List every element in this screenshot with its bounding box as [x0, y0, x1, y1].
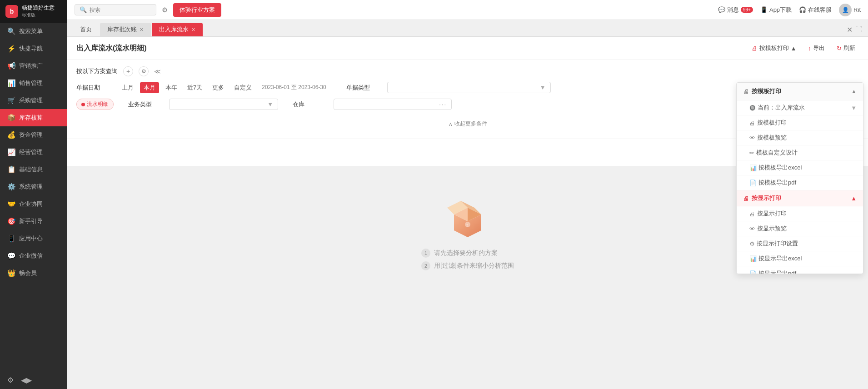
topbar: 🔍 ⚙ 体验行业方案 💬 消息 99+ 📱 App下载 🎧 在线客服 👤	[67, 0, 868, 20]
filter-add-btn[interactable]: +	[123, 66, 133, 76]
tab-inventory-flow[interactable]: 出入库流水 ✕	[152, 23, 203, 36]
dropdown-header[interactable]: 🖨 按模板打印 ▲	[737, 83, 863, 100]
date-opt-7days[interactable]: 近7天	[184, 82, 206, 93]
dropdown-display-pdf-label: 按显示导出pdf	[758, 269, 796, 274]
gear-icon[interactable]: ⚙	[162, 6, 168, 14]
online-service-btn[interactable]: 🎧 在线客服	[799, 6, 832, 14]
sidebar-item-finance[interactable]: 💰 资金管理	[0, 126, 67, 144]
dropdown-display-section-label: 按显示打印	[752, 194, 781, 202]
export-label: 导出	[813, 44, 825, 52]
dropdown-template-preview[interactable]: 👁 按模板预览	[737, 130, 863, 145]
message-label: 消息	[727, 6, 739, 14]
settings-bottom-icon[interactable]: ⚙	[7, 376, 14, 384]
warehouse-input[interactable]: ···	[334, 99, 452, 110]
step-2-text: 用[过滤]条件来缩小分析范围	[434, 262, 514, 270]
dropdown-collapse-icon[interactable]: ▲	[851, 88, 857, 95]
main-area: 🔍 ⚙ 体验行业方案 💬 消息 99+ 📱 App下载 🎧 在线客服 👤	[67, 0, 868, 389]
date-opt-this-year[interactable]: 本年	[162, 82, 181, 93]
message-btn[interactable]: 💬 消息 99+	[718, 6, 753, 14]
user-area[interactable]: 👤 Rit	[839, 4, 861, 16]
tab-window-controls: ✕ ⛶	[847, 25, 863, 34]
marketing-icon: 📢	[7, 62, 15, 70]
sidebar-item-sales[interactable]: 📊 销售管理	[0, 75, 67, 92]
dropdown-header-label: 按模板打印	[752, 87, 781, 95]
maximize-tab-btn[interactable]: ⛶	[855, 25, 863, 34]
date-opt-more[interactable]: 更多	[209, 82, 228, 93]
current-arrow: ▼	[851, 105, 857, 111]
empty-step-1: 1 请先选择要分析的方案	[421, 249, 514, 258]
display-print-section-icon: 🖨	[743, 195, 749, 202]
date-opt-custom[interactable]: 自定义	[230, 82, 255, 93]
sidebar-item-purchase[interactable]: 🛒 采购管理	[0, 92, 67, 109]
sidebar-item-operations[interactable]: 📈 经营管理	[0, 144, 67, 161]
dropdown-display-section[interactable]: 🖨 按显示打印 ▲	[737, 190, 863, 206]
print-template-btn[interactable]: 🖨 按模板打印 ▲	[748, 42, 800, 54]
dropdown-display-pdf[interactable]: 📄 按显示导出pdf	[737, 266, 863, 274]
pdf-icon: 📄	[749, 180, 757, 186]
sidebar-item-vip[interactable]: 👑 畅会员	[0, 264, 67, 282]
dropdown-current-label: 当前：出入库流水	[758, 104, 805, 112]
sidebar-item-label: 企业协同	[19, 200, 43, 208]
sidebar-item-marketing[interactable]: 📢 营销推广	[0, 57, 67, 75]
page-content: 出入库流水(流水明细) 🖨 按模板打印 ▲ ↑ 导出 ↻ 刷新	[67, 37, 868, 389]
online-service-label: 在线客服	[808, 6, 832, 14]
dropdown-template-print[interactable]: 🖨 按模板打印	[737, 115, 863, 130]
preview-icon: 👁	[749, 135, 755, 141]
sidebar-item-inventory[interactable]: 📦 库存核算	[0, 109, 67, 126]
dropdown-template-custom[interactable]: ✏ 模板自定义设计	[737, 145, 863, 160]
refresh-btn[interactable]: ↻ 刷新	[833, 42, 859, 54]
dropdown-display-excel[interactable]: 📊 按显示导出excel	[737, 251, 863, 266]
sidebar-item-app-center[interactable]: 📱 应用中心	[0, 230, 67, 247]
business-type-select[interactable]: ▼	[169, 99, 278, 110]
search-icon: 🔍	[80, 6, 87, 13]
app-name: 畅捷通好生意	[22, 5, 55, 12]
logo-icon: b	[5, 5, 18, 18]
date-opt-last-month[interactable]: 上月	[118, 82, 137, 93]
collapse-more-btn[interactable]: ∧ 收起更多条件	[443, 117, 493, 130]
export-btn[interactable]: ↑ 导出	[805, 42, 829, 54]
sidebar-item-label: 新手引导	[19, 217, 43, 225]
app-download-label: App下载	[769, 6, 792, 14]
sidebar-item-wechat[interactable]: 💬 企业微信	[0, 247, 67, 264]
print-template-label: 按模板打印	[759, 44, 789, 52]
sidebar-item-label: 采购管理	[19, 96, 43, 105]
dropdown-display-print[interactable]: 🖨 按显示打印	[737, 206, 863, 221]
service-icon: 🎧	[799, 6, 806, 13]
tab-batch-close[interactable]: ✕	[140, 27, 144, 33]
dropdown-display-preview[interactable]: 👁 按显示预览	[737, 221, 863, 236]
sidebar-item-system[interactable]: ⚙️ 系统管理	[0, 178, 67, 195]
guide-icon: 🎯	[7, 217, 15, 225]
trial-btn[interactable]: 体验行业方案	[173, 3, 221, 17]
sidebar-item-collab[interactable]: 🤝 企业协同	[0, 195, 67, 213]
collab-icon: 🤝	[7, 200, 15, 208]
search-input[interactable]	[90, 7, 144, 13]
sidebar-item-label: 库存核算	[19, 114, 43, 122]
filter-title: 按以下方案查询	[76, 67, 118, 75]
display-preview-icon: 👁	[749, 225, 755, 232]
finance-icon: 💰	[7, 131, 15, 139]
filter-collapse-btn[interactable]: ≪	[154, 68, 161, 75]
wechat-icon: 💬	[7, 252, 15, 260]
current-icon: 🔘	[749, 105, 756, 111]
sidebar-item-basics[interactable]: 📋 基础信息	[0, 161, 67, 178]
filter-settings-btn[interactable]: ⚙	[139, 66, 149, 76]
sidebar-item-quick-nav[interactable]: ⚡ 快捷导航	[0, 40, 67, 57]
date-opt-this-month[interactable]: 本月	[140, 82, 159, 93]
tab-batch-account[interactable]: 库存批次账 ✕	[100, 23, 151, 36]
dropdown-template-excel[interactable]: 📊 按模板导出excel	[737, 160, 863, 175]
tab-home[interactable]: 首页	[73, 23, 99, 36]
app-download-btn[interactable]: 📱 App下载	[760, 6, 792, 14]
dropdown-template-custom-label: 模板自定义设计	[756, 149, 798, 157]
basics-icon: 📋	[7, 165, 15, 174]
sidebar-item-guide[interactable]: 🎯 新手引导	[0, 213, 67, 230]
vip-icon: 👑	[7, 269, 15, 277]
sidebar-item-search[interactable]: 🔍 搜索菜单	[0, 23, 67, 40]
dropdown-current-item[interactable]: 🔘 当前：出入库流水 ▼	[737, 100, 863, 115]
dropdown-template-pdf[interactable]: 📄 按模板导出pdf	[737, 175, 863, 190]
voucher-type-select[interactable]: ▼	[387, 82, 551, 93]
dropdown-display-print-settings[interactable]: ⚙ 按显示打印设置	[737, 236, 863, 251]
search-bar[interactable]: 🔍	[75, 4, 156, 15]
tab-flow-close[interactable]: ✕	[191, 27, 195, 33]
close-tab-btn[interactable]: ✕	[847, 25, 853, 34]
collapse-icon[interactable]: ◀▶	[21, 376, 32, 384]
